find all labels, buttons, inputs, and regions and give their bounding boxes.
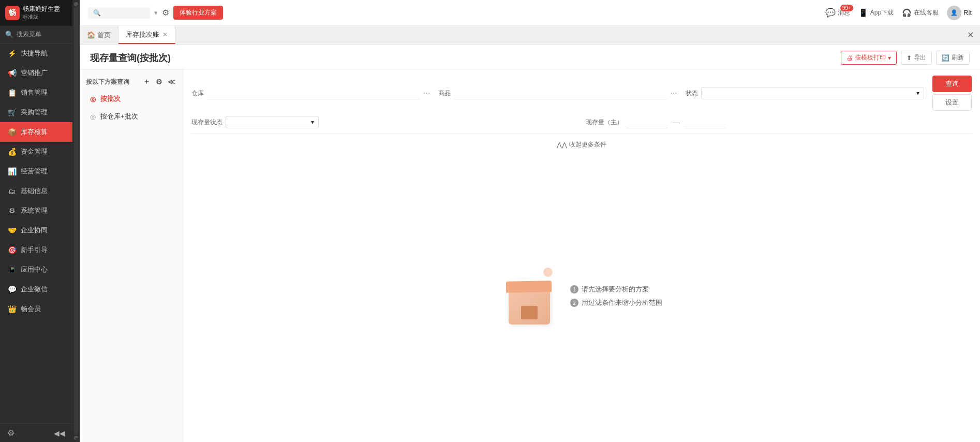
sidebar-item-label: 营销推广	[21, 68, 48, 78]
collapse-row: ⋀⋀ 收起更多条件	[191, 134, 972, 152]
topbar-search[interactable]: 🔍	[88, 7, 150, 19]
collapse-label: 收起更多条件	[569, 140, 606, 149]
panel-item-by-warehouse-batch[interactable]: ◎ 按仓库+批次	[80, 108, 183, 125]
messages-btn[interactable]: 💬 消息 99+	[825, 8, 850, 18]
sidebar-item-qiyeweixin[interactable]: 💬 企业微信	[0, 279, 72, 299]
sidebar-item-yingyong[interactable]: 📱 应用中心	[0, 260, 72, 279]
qiye-icon: 🤝	[7, 226, 17, 235]
sidebar-scrollbar[interactable]: ▲ ▼	[72, 0, 80, 442]
goods-input[interactable]	[454, 87, 667, 99]
kucun-icon: 📦	[7, 127, 17, 137]
hint-num-2: 2	[570, 299, 578, 307]
sidebar-item-label: 企业协同	[21, 226, 48, 235]
sidebar-item-jichu[interactable]: 🗂 基础信息	[0, 181, 72, 201]
sidebar-item-xiaoshou[interactable]: 📋 销售管理	[0, 83, 72, 102]
refresh-btn[interactable]: 🔄 刷新	[936, 51, 970, 65]
app-logo: 畅	[5, 6, 20, 20]
tab-close-icon[interactable]: ✕	[162, 31, 168, 38]
collapse-btn[interactable]: ⋀⋀ 收起更多条件	[191, 137, 972, 152]
topbar-left: 🔍 ▾ ⚙ 体验行业方案	[88, 6, 820, 20]
user-avatar: 👤	[947, 6, 961, 20]
sidebar-item-xitong[interactable]: ⚙ 系统管理	[0, 201, 72, 220]
panel-header-label: 按以下方案查询	[86, 78, 129, 86]
tabs-close-all-btn[interactable]: ✕	[961, 30, 980, 40]
goods-dots[interactable]: ···	[670, 89, 677, 98]
sidebar-header: 畅 畅康通好生意 标准版	[0, 0, 72, 26]
filter-row-1: 仓库 ··· 商品 ··· 状态 ▾	[191, 76, 972, 111]
warehouse-batch-icon: ◎	[88, 112, 97, 121]
page-title: 现存量查询(按批次)	[90, 52, 171, 64]
settings-icon[interactable]: ⚙	[7, 428, 14, 438]
query-btn[interactable]: 查询	[932, 76, 972, 92]
sidebar-nav: ⚡ 快捷导航 📢 营销推广 📋 销售管理 🛒 采购管理 📦 库存核算 💰 资金管…	[0, 43, 72, 423]
app-download-btn[interactable]: 📱 App下载	[858, 8, 894, 18]
sidebar-item-jingying[interactable]: 📊 经营管理	[0, 161, 72, 181]
app-version: 标准版	[23, 13, 60, 21]
sidebar: 畅 畅康通好生意 标准版 🔍 搜索菜单 ⚡ 快捷导航 📢 营销推广 📋 销售管理…	[0, 0, 72, 442]
warehouse-dots[interactable]: ···	[423, 89, 430, 98]
inventory-status-select[interactable]: ▾	[226, 116, 319, 128]
settings-scheme-btn[interactable]: ⚙	[154, 77, 164, 87]
collapse-panel-btn[interactable]: ≪	[166, 77, 176, 87]
jichu-icon: 🗂	[7, 186, 17, 196]
empty-illustration	[501, 268, 558, 325]
add-scheme-btn[interactable]: ＋	[141, 77, 152, 87]
yingxiao-icon: 📢	[7, 68, 17, 78]
empty-hint-2: 2 用过滤条件来缩小分析范围	[570, 298, 662, 307]
export-btn[interactable]: ⬆ 导出	[901, 51, 932, 65]
sidebar-item-qiye[interactable]: 🤝 企业协同	[0, 220, 72, 240]
scroll-up-btn[interactable]: ▲	[74, 2, 78, 6]
print-label: 按模板打印	[855, 53, 886, 62]
sidebar-item-caigou[interactable]: 🛒 采购管理	[0, 102, 72, 122]
tab-home[interactable]: 🏠 首页	[80, 26, 118, 44]
app-name: 畅康通好生意	[23, 5, 60, 13]
sidebar-item-kuaijie[interactable]: ⚡ 快捷导航	[0, 43, 72, 63]
sidebar-search[interactable]: 🔍 搜索菜单	[0, 26, 72, 43]
user-menu[interactable]: 👤 Rit	[947, 6, 972, 20]
app-info: 畅康通好生意 标准版	[23, 5, 60, 21]
topbar: 🔍 ▾ ⚙ 体验行业方案 💬 消息 99+ 📱 App下载 🎧 在线客服	[80, 0, 980, 26]
sidebar-item-zijin[interactable]: 💰 资金管理	[0, 142, 72, 161]
panel-item-label: 按仓库+批次	[100, 112, 138, 121]
refresh-label: 刷新	[952, 53, 964, 62]
panel-item-by-batch[interactable]: ◎ 按批次	[80, 90, 183, 108]
search-icon: 🔍	[93, 9, 101, 17]
print-btn[interactable]: 🖨 按模板打印 ▾	[841, 51, 897, 65]
inventory-status-label: 现存量状态	[191, 118, 222, 127]
empty-state: 1 请先选择要分析的方案 2 用过滤条件来缩小分析范围	[191, 156, 972, 436]
jingying-icon: 📊	[7, 167, 17, 176]
left-panel: 按以下方案查询 ＋ ⚙ ≪ ◎ 按批次 ◎ 按仓库+批次	[80, 69, 183, 442]
qiyeweixin-icon: 💬	[7, 285, 17, 294]
hint-text-2: 用过滤条件来缩小分析范围	[582, 298, 662, 307]
xitong-icon: ⚙	[7, 206, 17, 215]
sidebar-item-label: 销售管理	[21, 88, 48, 97]
inventory-main-to[interactable]	[685, 116, 726, 128]
sidebar-item-label: 企业微信	[21, 285, 48, 294]
scroll-down-btn[interactable]: ▼	[74, 436, 78, 440]
sidebar-item-changhui[interactable]: 👑 畅会员	[0, 299, 72, 319]
tab-label: 库存批次账	[126, 30, 159, 39]
sidebar-item-yingxiao[interactable]: 📢 营销推广	[0, 63, 72, 83]
xinshou-icon: 🎯	[7, 245, 17, 255]
sidebar-item-label: 库存核算	[21, 127, 48, 137]
user-name: Rit	[963, 9, 972, 17]
warehouse-input[interactable]	[207, 87, 420, 99]
tab-kucun-pizhizhang[interactable]: 库存批次账 ✕	[118, 26, 175, 44]
settings-gear-icon[interactable]: ⚙	[162, 8, 169, 18]
sidebar-item-label: 资金管理	[21, 147, 48, 156]
warehouse-label: 仓库	[191, 89, 204, 98]
inventory-main-from[interactable]	[626, 116, 667, 128]
sidebar-item-xinshou[interactable]: 🎯 新手引导	[0, 240, 72, 260]
online-service-btn[interactable]: 🎧 在线客服	[902, 8, 939, 18]
status-select[interactable]: ▾	[701, 87, 924, 99]
empty-hints: 1 请先选择要分析的方案 2 用过滤条件来缩小分析范围	[570, 285, 662, 307]
experience-btn[interactable]: 体验行业方案	[173, 6, 223, 20]
search-icon: 🔍	[5, 31, 13, 38]
caigou-icon: 🛒	[7, 108, 17, 117]
collapse-icon[interactable]: ◀◀	[54, 429, 65, 437]
xiaoshou-icon: 📋	[7, 88, 17, 97]
sidebar-item-kucun[interactable]: 📦 库存核算	[0, 122, 72, 142]
settings-btn[interactable]: 设置	[932, 94, 972, 111]
dropdown-icon[interactable]: ▾	[154, 9, 158, 17]
filter-status: 状态 ▾	[686, 87, 924, 99]
